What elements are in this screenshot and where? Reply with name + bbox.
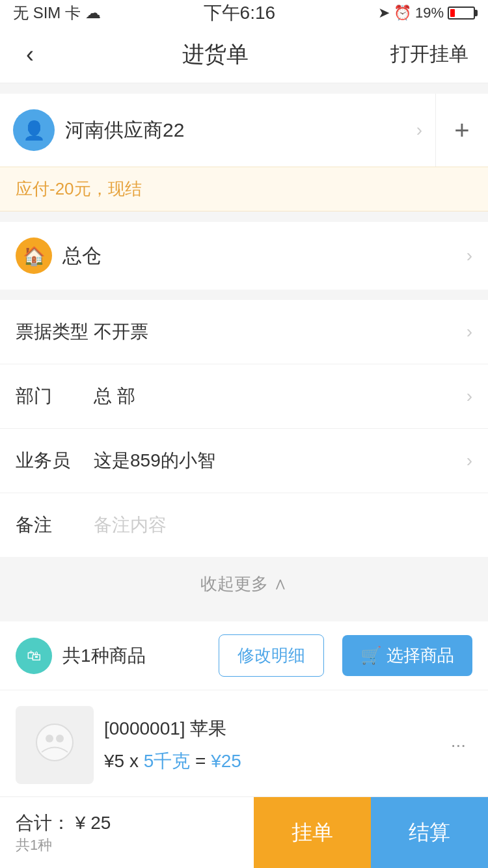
product-code: [0000001] [104, 718, 185, 739]
battery-percent: 19% [415, 5, 444, 21]
supplier-notice: 应付-20元，现结 [0, 167, 488, 211]
product-name: [0000001] 苹果 [104, 716, 434, 741]
salesman-value: 这是859的小智 [94, 448, 467, 473]
battery-icon [448, 7, 475, 20]
select-product-icon: 🛒 [360, 645, 381, 666]
battery-fill [450, 9, 455, 17]
supplier-row: 👤 河南供应商22 › + [0, 94, 488, 167]
location-icon: ➤ [378, 5, 390, 21]
chevron-right-icon: › [467, 245, 472, 266]
select-product-label: 选择商品 [386, 644, 454, 667]
back-button[interactable]: ‹ [20, 34, 40, 75]
invoice-type-value: 不开票 [94, 319, 467, 344]
chevron-right-icon: › [467, 321, 472, 342]
avatar-icon: 👤 [23, 120, 46, 141]
hang-button[interactable]: 挂单 [254, 797, 371, 868]
price-separator: x [129, 751, 144, 771]
remark-value: 备注内容 [94, 513, 472, 537]
product-title: 苹果 [190, 718, 226, 739]
bag-icon: 🛍 [27, 647, 41, 664]
total-section: 合计： ¥ 25 共1种 [0, 797, 254, 868]
checkout-button[interactable]: 结算 [371, 797, 488, 868]
product-info: [0000001] 苹果 ¥5 x 5千克 = ¥25 [104, 716, 434, 774]
sim-status: 无 SIM 卡 ☁ [13, 3, 101, 23]
alarm-icon: ⏰ [394, 5, 411, 21]
remark-row[interactable]: 备注 备注内容 [0, 493, 488, 557]
supplier-name: 河南供应商22 [65, 117, 406, 144]
svg-point-1 [46, 735, 53, 742]
total-label: 合计： [16, 813, 70, 833]
select-product-button[interactable]: 🛒 选择商品 [342, 635, 472, 676]
remark-label: 备注 [16, 513, 94, 537]
product-thumbnail [16, 706, 94, 784]
warehouse-select-button[interactable]: 🏠 总仓 › [0, 222, 488, 290]
svg-point-0 [36, 724, 73, 761]
chevron-right-icon: › [467, 450, 472, 471]
collapse-bar[interactable]: 收起更多 ∧ [0, 557, 488, 611]
invoice-type-row[interactable]: 票据类型 不开票 › [0, 300, 488, 364]
supplier-select-button[interactable]: 👤 河南供应商22 › [0, 94, 436, 167]
product-icon: 🛍 [16, 638, 52, 674]
total-sub: 共1种 [16, 835, 238, 855]
modify-detail-button[interactable]: 修改明细 [219, 634, 324, 677]
product-price: ¥5 x 5千克 = ¥25 [104, 749, 434, 774]
status-bar: 无 SIM 卡 ☁ 下午6:16 ➤ ⏰ 19% [0, 0, 488, 26]
nav-bar: ‹ 进货单 打开挂单 [0, 26, 488, 83]
product-item: [0000001] 苹果 ¥5 x 5千克 = ¥25 ··· [0, 690, 488, 800]
page-title: 进货单 [182, 40, 249, 70]
department-label: 部门 [16, 384, 94, 409]
bottom-bar: 合计： ¥ 25 共1种 挂单 结算 [0, 796, 488, 868]
supplier-section: 👤 河南供应商22 › + 应付-20元，现结 [0, 94, 488, 211]
main-content: 👤 河南供应商22 › + 应付-20元，现结 🏠 总仓 › 票据类型 不开票 … [0, 94, 488, 868]
warehouse-name: 总仓 [62, 243, 456, 269]
status-right: ➤ ⏰ 19% [378, 5, 475, 21]
svg-point-2 [56, 735, 64, 742]
chevron-right-icon: › [416, 120, 422, 141]
department-row[interactable]: 部门 总 部 › [0, 364, 488, 429]
status-time: 下午6:16 [204, 1, 276, 25]
unit-price: ¥5 [104, 751, 124, 771]
total-price: ¥25 [211, 751, 241, 771]
salesman-row[interactable]: 业务员 这是859的小智 › [0, 429, 488, 493]
status-left: 无 SIM 卡 ☁ [13, 3, 101, 23]
quantity: 5千克 [144, 751, 191, 771]
warehouse-section: 🏠 总仓 › [0, 222, 488, 290]
total-amount: ¥ 25 [75, 813, 111, 833]
invoice-type-label: 票据类型 [16, 319, 94, 344]
salesman-label: 业务员 [16, 448, 94, 473]
supplier-avatar: 👤 [13, 109, 55, 151]
form-section: 票据类型 不开票 › 部门 总 部 › 业务员 这是859的小智 › 备注 备注… [0, 300, 488, 557]
equals-sign: = [195, 751, 211, 771]
department-value: 总 部 [94, 384, 467, 409]
products-count: 共1种商品 [62, 644, 208, 668]
product-thumb-icon [35, 723, 74, 768]
open-hang-button[interactable]: 打开挂单 [390, 41, 468, 68]
home-icon: 🏠 [23, 245, 46, 267]
product-more-button[interactable]: ··· [444, 728, 472, 762]
products-header: 🛍 共1种商品 修改明细 🛒 选择商品 [0, 621, 488, 690]
add-supplier-button[interactable]: + [436, 94, 488, 167]
warehouse-icon: 🏠 [16, 237, 52, 274]
chevron-right-icon: › [467, 386, 472, 407]
total-row: 合计： ¥ 25 [16, 811, 238, 835]
